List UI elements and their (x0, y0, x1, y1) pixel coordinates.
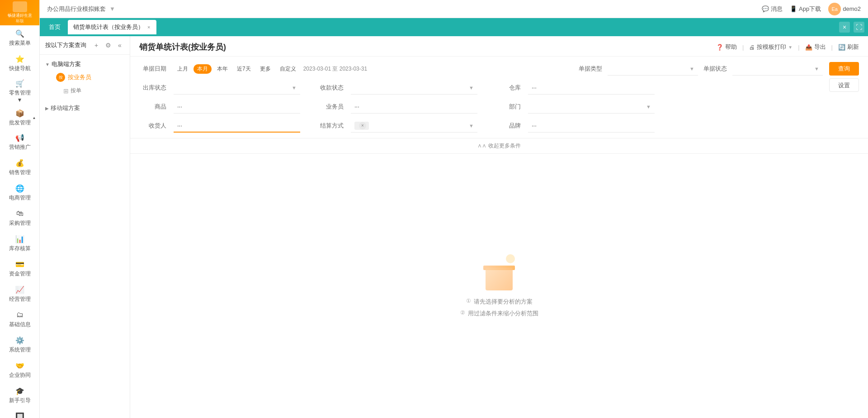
sidebar-item-system-label: 系统管理 (9, 346, 31, 354)
msg-icon: 💬 (762, 5, 769, 12)
collapse-label: 收起更多条件 (488, 142, 521, 149)
warehouse-dropdown[interactable]: ··· (528, 81, 655, 95)
scheme-group-mobile-header[interactable]: ▶ 移动端方案 (45, 102, 124, 114)
sidebar-item-search[interactable]: 🔍 搜索菜单 (0, 25, 40, 51)
payment-status-label: 收款状态 (316, 84, 344, 92)
sidebar-item-appcenter[interactable]: 🔲 应用中心 (0, 408, 40, 418)
date-tab-this-year[interactable]: 本年 (213, 64, 231, 74)
brand-dropdown[interactable]: ··· (528, 119, 655, 133)
empty-box (486, 268, 513, 290)
sidebar-item-sales[interactable]: 💰 销售管理 (0, 155, 40, 180)
tab-bar-actions: × ⛶ (839, 22, 864, 33)
date-tab-more[interactable]: 更多 (256, 64, 274, 74)
sidebar-item-basic[interactable]: 🗂 基础信息 (0, 307, 40, 332)
export-btn[interactable]: 📤 导出 (805, 43, 826, 51)
date-tab-this-month[interactable]: 本月 (193, 64, 212, 74)
template-print-btn[interactable]: 🖨 按模板打印 ▼ (749, 43, 793, 51)
user-menu[interactable]: Ea demo2 (828, 3, 861, 15)
sidebar-item-operations[interactable]: 📈 经营管理 (0, 281, 40, 307)
tab-home-label: 首页 (49, 23, 61, 31)
sidebar-item-wholesale[interactable]: 📦 批发管理 (0, 106, 40, 129)
payment-status-arrow: ▼ (469, 85, 474, 90)
consignee-dropdown[interactable]: ··· (174, 119, 300, 133)
delivery-dropdown[interactable]: ▼ (174, 81, 300, 95)
msg-btn[interactable]: 💬 消息 (762, 5, 783, 13)
sidebar-item-basic-label: 基础信息 (9, 321, 31, 328)
payment-method-tag: × (354, 122, 369, 130)
help-btn[interactable]: ❓ 帮助 (716, 43, 737, 51)
payment-method-tag-close[interactable]: × (359, 122, 366, 129)
empty-state-content: ① 请先选择要分析的方案 ② 用过滤条件来缩小分析范围 (460, 254, 538, 318)
doc-status-dropdown[interactable]: ▼ (732, 62, 823, 76)
date-range: 2023-03-01 至 2023-03-31 (303, 65, 367, 73)
sidebar-item-inventory[interactable]: 📊 库存核算 (0, 231, 40, 256)
refresh-btn[interactable]: 🔄 刷新 (838, 43, 859, 51)
payment-method-dropdown[interactable]: × ▼ (351, 119, 477, 133)
quicknav-icon: ⭐ (15, 54, 24, 63)
print-dropdown-arrow[interactable]: ▼ (788, 45, 793, 50)
filter-row-2: 出库状态 ▼ 收款状态 ▼ 仓库 ··· (139, 81, 823, 95)
add-scheme-btn[interactable]: + (92, 41, 101, 50)
sidebar-item-ecommerce[interactable]: 🌐 电商管理 (0, 180, 40, 205)
sidebar-item-system[interactable]: ⚙️ 系统管理 (0, 332, 40, 357)
scheme-item-by-order[interactable]: ⊞ 按单 (45, 85, 124, 97)
payment-status-dropdown[interactable]: ▼ (351, 81, 477, 95)
dept-dropdown[interactable]: ▼ (528, 100, 655, 114)
group-arrow-desktop: ▼ (45, 62, 50, 67)
filter-area: 单据日期 上月 本月 本年 近7天 (130, 57, 868, 138)
product-dropdown[interactable]: ··· (174, 100, 300, 114)
scheme-group-desktop: ▼ 电脑端方案 按 按业务员 ⊞ 按单 (40, 55, 130, 100)
date-tab-custom[interactable]: 自定义 (276, 64, 300, 74)
sidebar-item-finance[interactable]: 💳 资金管理 (0, 256, 40, 281)
scheme-item-by-staff[interactable]: 按 按业务员 (45, 70, 124, 85)
payment-method-label: 结算方式 (316, 122, 344, 130)
scheme-group-mobile-label: 移动端方案 (51, 104, 80, 112)
sidebar: 畅捷通好生意 标版 🔍 搜索菜单 ⭐ 快捷导航 🛒 零售管理 📦 批发管理 📢 … (0, 0, 40, 418)
collapse-panel-btn[interactable]: « (115, 41, 124, 50)
doc-type-dropdown[interactable]: ▼ (608, 62, 698, 76)
doc-status-label: 单据状态 (703, 65, 727, 73)
tab-expand-action[interactable]: ⛶ (854, 22, 864, 33)
sidebar-item-marketing[interactable]: 📢 营销推广 (0, 129, 40, 155)
query-btn[interactable]: 查询 (829, 62, 859, 76)
empty-state: ① 请先选择要分析的方案 ② 用过滤条件来缩小分析范围 (130, 154, 868, 418)
sidebar-item-enterprise[interactable]: 🤝 企业协同 (0, 357, 40, 383)
marketing-icon: 📢 (15, 133, 24, 142)
operations-icon: 📈 (15, 285, 24, 294)
delivery-arrow: ▼ (292, 85, 297, 90)
scheme-group-desktop-header[interactable]: ▼ 电脑端方案 (45, 58, 124, 70)
filter-row-4: 收货人 ··· 结算方式 × ▼ 品牌 (139, 119, 823, 133)
app-download-label: App下载 (799, 5, 821, 13)
collapse-icon: ∧∧ (477, 142, 486, 149)
left-panel-header: 按以下方案查询 + ⚙ « (40, 36, 130, 55)
tab-close-btn[interactable]: × (146, 24, 151, 30)
scheme-item-by-order-label: 按单 (71, 87, 81, 95)
tab-close-action[interactable]: × (839, 22, 850, 33)
workspace-dropdown-icon[interactable]: ▼ (109, 5, 115, 12)
sidebar-item-newuser[interactable]: 🎓 新手引导 (0, 383, 40, 408)
inventory-icon: 📊 (15, 234, 24, 243)
app-logo: 畅捷通好生意 标版 (0, 0, 40, 25)
avatar: Ea (828, 3, 841, 15)
date-tab-last7[interactable]: 近7天 (233, 64, 255, 74)
collapse-row[interactable]: ∧∧ 收起更多条件 (130, 138, 868, 154)
sidebar-item-purchase[interactable]: 🛍 采购管理 (0, 205, 40, 231)
help-label: 帮助 (725, 43, 737, 51)
doc-type-arrow: ▼ (689, 66, 694, 71)
sidebar-item-search-label: 搜索菜单 (9, 39, 31, 47)
staff-dropdown[interactable]: ··· (351, 100, 477, 114)
newuser-icon: 🎓 (15, 386, 24, 395)
sidebar-item-retail[interactable]: 🛒 零售管理 (0, 76, 40, 106)
date-label: 单据日期 (139, 65, 166, 73)
scheme-settings-btn[interactable]: ⚙ (104, 41, 113, 50)
tab-sales-stat[interactable]: 销货单统计表（按业务员） × (68, 20, 156, 34)
settings-btn[interactable]: 设置 (829, 78, 859, 92)
sidebar-item-operations-label: 经营管理 (9, 295, 31, 303)
date-tab-last-month[interactable]: 上月 (174, 64, 192, 74)
tab-home[interactable]: 首页 (43, 20, 66, 34)
sidebar-item-newuser-label: 新手引导 (9, 397, 31, 404)
scheme-icon-by-staff: 按 (56, 73, 65, 82)
app-download-btn[interactable]: 📱 App下载 (790, 5, 821, 13)
sidebar-item-quicknav[interactable]: ⭐ 快捷导航 (0, 51, 40, 76)
scheme-group-desktop-label: 电脑端方案 (52, 60, 81, 68)
